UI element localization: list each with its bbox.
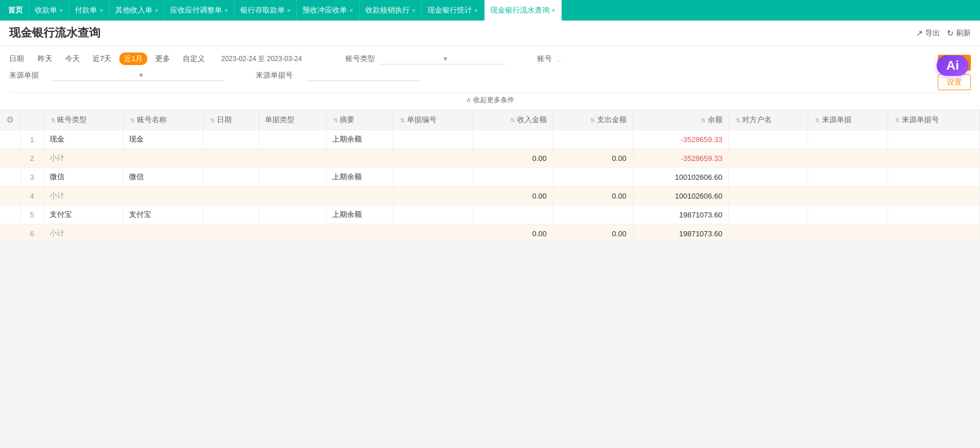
source-doc-select[interactable]: ▾ bbox=[53, 70, 224, 81]
col-income[interactable]: ⇅ 收入金额 bbox=[473, 110, 553, 130]
nav-tab-3[interactable]: 其他收入单 × bbox=[110, 0, 164, 21]
nav-tab-home-label: 首页 bbox=[8, 5, 23, 15]
col-source-doc[interactable]: ⇅ 来源单据 bbox=[808, 110, 888, 130]
source-doc-no-label: 来源单据号 bbox=[256, 70, 293, 80]
date-opt-1month[interactable]: 近1月 bbox=[119, 53, 147, 65]
nav-tab-6-close[interactable]: × bbox=[349, 7, 353, 14]
col-doc-no[interactable]: ⇅ 单据编号 bbox=[393, 110, 473, 130]
col-balance-label: 余额 bbox=[708, 115, 723, 124]
table-header-row: ⚙ ⇅ 账号类型 ⇅ 账号名称 ⇅ 日期 单据类型 bbox=[0, 110, 980, 130]
table-row[interactable]: 3微信微信上期余额100102606.60 bbox=[0, 168, 980, 187]
nav-tab-9-label: 现金银行流水查询 bbox=[490, 5, 550, 15]
col-doc-no-label: 单据编号 bbox=[407, 115, 437, 124]
filter-row-2: 来源单据 ▾ 来源单据号 bbox=[9, 70, 931, 81]
page-title: 现金银行流水查询 bbox=[9, 25, 100, 41]
col-date-label: 日期 bbox=[217, 115, 232, 124]
date-opt-7days[interactable]: 近7天 bbox=[88, 53, 116, 65]
nav-tab-2[interactable]: 付款单 × bbox=[69, 0, 109, 21]
header-actions: ↗ 导出 ↻ 刷新 bbox=[916, 28, 971, 38]
col-balance[interactable]: ⇅ 余额 bbox=[632, 110, 728, 130]
col-source-doc-no[interactable]: ⇅ 来源单据号 bbox=[888, 110, 980, 130]
nav-tab-3-close[interactable]: × bbox=[155, 7, 158, 14]
source-doc-label: 来源单据 bbox=[9, 70, 39, 80]
col-source-doc-label: 来源单据 bbox=[822, 115, 852, 124]
nav-tab-4-label: 应收应付调整单 bbox=[170, 5, 222, 15]
col-balance-sort: ⇅ bbox=[701, 117, 705, 123]
nav-tab-5-close[interactable]: × bbox=[287, 7, 291, 14]
ai-badge[interactable]: Ai bbox=[937, 55, 969, 76]
account-label: 账号 bbox=[537, 54, 552, 64]
col-expense-sort: ⇅ bbox=[590, 117, 595, 123]
nav-tab-7[interactable]: 收款核销执行 × bbox=[360, 0, 422, 21]
table-row[interactable]: 2小计0.000.00-3528659.33 bbox=[0, 149, 980, 168]
date-options: 昨天 今天 近7天 近1月 更多 自定义 bbox=[33, 53, 209, 65]
date-opt-custom[interactable]: 自定义 bbox=[178, 53, 209, 65]
col-account-name-label: 账号名称 bbox=[137, 115, 167, 124]
table-row[interactable]: 4小计0.000.00100102606.60 bbox=[0, 187, 980, 205]
col-account-name[interactable]: ⇅ 账号名称 bbox=[123, 110, 203, 130]
data-table: ⚙ ⇅ 账号类型 ⇅ 账号名称 ⇅ 日期 单据类型 bbox=[0, 110, 980, 243]
col-doc-type[interactable]: 单据类型 bbox=[259, 110, 326, 130]
nav-tab-3-label: 其他收入单 bbox=[115, 5, 152, 15]
refresh-button[interactable]: ↻ 刷新 bbox=[947, 28, 971, 38]
settings-col-icon: ⚙ bbox=[6, 115, 14, 124]
account-type-select[interactable]: ▾ bbox=[380, 53, 505, 64]
table-row[interactable]: 5支付宝支付宝上期余额19871073.60 bbox=[0, 205, 980, 224]
col-date[interactable]: ⇅ 日期 bbox=[203, 110, 259, 130]
refresh-icon: ↻ bbox=[947, 29, 954, 38]
date-opt-yesterday[interactable]: 昨天 bbox=[33, 53, 57, 65]
account-type-label: 账号类型 bbox=[345, 54, 375, 64]
nav-tab-6[interactable]: 预收冲应收单 × bbox=[297, 0, 359, 21]
nav-tab-4-close[interactable]: × bbox=[224, 7, 228, 14]
nav-tab-1-close[interactable]: × bbox=[59, 7, 63, 14]
export-icon: ↗ bbox=[916, 29, 923, 38]
nav-tab-8-close[interactable]: × bbox=[474, 7, 478, 14]
nav-tab-7-label: 收款核销执行 bbox=[365, 5, 410, 15]
col-summary[interactable]: ⇅ 摘要 bbox=[326, 110, 393, 130]
nav-tab-7-close[interactable]: × bbox=[412, 7, 416, 14]
source-doc-no-input[interactable] bbox=[306, 70, 421, 81]
nav-tab-9[interactable]: 现金银行流水查询 × bbox=[485, 0, 562, 21]
date-opt-more[interactable]: 更多 bbox=[151, 53, 175, 65]
col-account-type[interactable]: ⇅ 账号类型 bbox=[43, 110, 123, 130]
col-counterpart-label: 对方户名 bbox=[742, 115, 772, 124]
nav-tab-9-close[interactable]: × bbox=[552, 7, 555, 14]
col-date-sort: ⇅ bbox=[210, 117, 215, 123]
export-label: 导出 bbox=[925, 28, 940, 38]
col-source-doc-no-label: 来源单据号 bbox=[902, 115, 939, 124]
settings-button[interactable]: 设置 bbox=[938, 74, 971, 90]
col-expense[interactable]: ⇅ 支出金额 bbox=[552, 110, 632, 130]
col-source-doc-sort: ⇅ bbox=[815, 117, 820, 123]
col-doc-type-label: 单据类型 bbox=[265, 115, 295, 124]
export-button[interactable]: ↗ 导出 bbox=[916, 28, 940, 38]
nav-tab-8-label: 现金银行统计 bbox=[428, 5, 472, 15]
col-income-sort: ⇅ bbox=[510, 117, 515, 123]
refresh-label: 刷新 bbox=[956, 28, 971, 38]
col-source-doc-no-sort: ⇅ bbox=[895, 117, 900, 123]
collapse-bar[interactable]: ∧ 收起更多条件 bbox=[9, 92, 971, 107]
filter-row-1: 日期 昨天 今天 近7天 近1月 更多 自定义 2023-02-24 至 202… bbox=[9, 53, 931, 65]
col-expense-label: 支出金额 bbox=[597, 115, 627, 124]
date-filter-label: 日期 bbox=[9, 54, 24, 64]
nav-tab-home[interactable]: 首页 bbox=[2, 0, 29, 21]
col-income-label: 收入金额 bbox=[517, 115, 547, 124]
nav-tab-6-label: 预收冲应收单 bbox=[303, 5, 347, 15]
top-nav: 首页 收款单 × 付款单 × 其他收入单 × 应收应付调整单 × 银行存取款单 … bbox=[0, 0, 980, 21]
nav-tab-4[interactable]: 应收应付调整单 × bbox=[164, 0, 234, 21]
nav-tab-2-label: 付款单 bbox=[75, 5, 97, 15]
date-opt-today[interactable]: 今天 bbox=[61, 53, 84, 65]
table-body: 1现金现金上期余额-3528659.332小计0.000.00-3528659.… bbox=[0, 130, 980, 243]
table-row[interactable]: 6小计0.000.0019871073.60 bbox=[0, 224, 980, 243]
col-account-name-sort: ⇅ bbox=[130, 117, 135, 123]
nav-tab-5[interactable]: 银行存取款单 × bbox=[235, 0, 297, 21]
col-doc-no-sort: ⇅ bbox=[400, 117, 405, 123]
nav-tab-2-close[interactable]: × bbox=[99, 7, 103, 14]
nav-tab-1[interactable]: 收款单 × bbox=[29, 0, 69, 21]
source-doc-dropdown-icon: ▾ bbox=[139, 71, 221, 79]
col-account-type-label: 账号类型 bbox=[57, 115, 87, 124]
col-settings[interactable]: ⚙ bbox=[0, 110, 21, 130]
nav-tab-8[interactable]: 现金银行统计 × bbox=[422, 0, 484, 21]
col-summary-label: 摘要 bbox=[340, 115, 354, 124]
table-row[interactable]: 1现金现金上期余额-3528659.33 bbox=[0, 130, 980, 149]
col-counterpart[interactable]: ⇅ 对方户名 bbox=[728, 110, 808, 130]
